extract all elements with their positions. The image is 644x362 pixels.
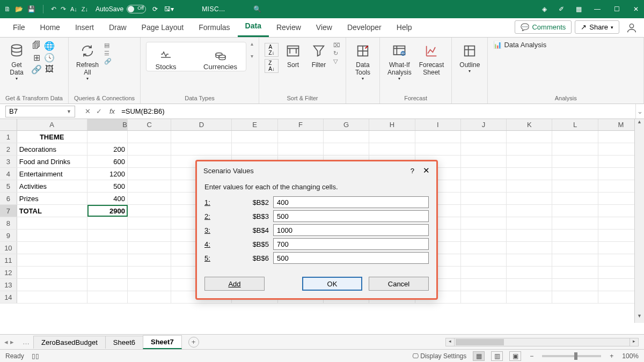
cell[interactable] <box>507 291 552 303</box>
comments-button[interactable]: 💬Comments <box>515 20 572 34</box>
reapply-button[interactable]: ↻ Reapply <box>333 50 340 57</box>
zoom-slider[interactable] <box>542 355 601 357</box>
cell[interactable] <box>17 267 87 278</box>
new-file-icon[interactable]: 🗎 <box>4 5 11 13</box>
view-page-layout-icon[interactable]: ▥ <box>491 351 503 361</box>
cell[interactable] <box>128 193 171 204</box>
cell[interactable] <box>87 291 128 303</box>
cell[interactable] <box>128 168 171 180</box>
stocks-button[interactable]: Stocks <box>155 48 177 71</box>
scenario-value-input[interactable] <box>273 252 429 264</box>
cell[interactable] <box>128 254 171 266</box>
undo-icon[interactable]: ↶ <box>51 5 56 13</box>
search-icon[interactable]: 🔍 <box>253 5 261 13</box>
share-button[interactable]: ↗Share▾ <box>575 20 619 34</box>
cell[interactable] <box>369 131 415 143</box>
horizontal-scrollbar[interactable]: ◂ ▸ <box>445 338 639 346</box>
sort-desc-button[interactable]: ZA↓ <box>265 59 279 73</box>
cell[interactable] <box>507 168 552 180</box>
col-header-c[interactable]: C <box>128 119 171 130</box>
formula-input[interactable]: =SUM(B2:B6) <box>118 107 635 115</box>
refresh-icon[interactable]: ⟳ <box>152 5 158 13</box>
cell[interactable] <box>461 279 507 291</box>
cell[interactable] <box>552 180 598 192</box>
sheet-tab[interactable]: Sheet6 <box>105 336 143 349</box>
zoom-level[interactable]: 100% <box>622 352 639 360</box>
cancel-button[interactable]: Cancel <box>369 277 429 291</box>
sheet-tab[interactable]: Sheet7 <box>143 335 182 349</box>
cell[interactable] <box>507 156 552 167</box>
cell[interactable] <box>17 217 87 229</box>
cell[interactable] <box>171 143 232 155</box>
clear-filter-button[interactable]: ⌧ Clear <box>333 42 340 49</box>
close-icon[interactable]: ✕ <box>423 166 430 175</box>
cell[interactable] <box>171 131 232 143</box>
tab-developer[interactable]: Developer <box>340 19 389 37</box>
tab-file[interactable]: File <box>5 19 33 37</box>
sort-button[interactable]: Sort <box>282 41 304 70</box>
col-header-b[interactable]: B <box>87 119 128 130</box>
col-header-g[interactable]: G <box>324 119 369 130</box>
cell[interactable] <box>507 217 552 229</box>
tab-review[interactable]: Review <box>269 19 309 37</box>
tab-page-layout[interactable]: Page Layout <box>134 19 192 37</box>
tab-home[interactable]: Home <box>33 19 68 37</box>
row-header[interactable]: 12 <box>0 267 17 278</box>
outline-button[interactable]: Outline ▾ <box>457 41 482 75</box>
tab-help[interactable]: Help <box>389 19 420 37</box>
user-icon[interactable] <box>625 21 639 35</box>
brush-icon[interactable]: ✐ <box>559 5 564 13</box>
sort-asc-button[interactable]: AZ↓ <box>265 43 279 57</box>
tab-view[interactable]: View <box>309 19 340 37</box>
cell[interactable] <box>415 143 461 155</box>
tab-nav-prev-icon[interactable]: ▸ <box>10 338 14 346</box>
row-header[interactable]: 8 <box>0 217 17 229</box>
col-header-d[interactable]: D <box>171 119 232 130</box>
cell[interactable] <box>507 131 552 143</box>
data-type-up-icon[interactable]: ▴ <box>251 41 253 47</box>
cell[interactable] <box>552 217 598 229</box>
row-header[interactable]: 5 <box>0 180 17 192</box>
add-button[interactable]: Add <box>204 277 265 291</box>
col-header-a[interactable]: A <box>17 119 87 130</box>
cell[interactable] <box>552 242 598 254</box>
cell[interactable] <box>507 267 552 278</box>
cell[interactable] <box>552 143 598 155</box>
cell[interactable] <box>278 143 324 155</box>
maximize-button[interactable]: ☐ <box>613 5 620 13</box>
more-sheets[interactable]: … <box>18 338 34 346</box>
row-header[interactable]: 10 <box>0 242 17 254</box>
cell[interactable] <box>232 143 277 155</box>
save-icon-2[interactable]: 🖫▾ <box>164 5 174 13</box>
chevron-down-icon[interactable]: ▼ <box>67 109 71 114</box>
cell[interactable]: 600 <box>87 156 128 167</box>
cell[interactable] <box>415 131 461 143</box>
cell[interactable] <box>17 279 87 291</box>
cell[interactable] <box>17 254 87 266</box>
cell[interactable] <box>461 131 507 143</box>
properties-icon[interactable]: ☰ <box>104 50 112 57</box>
cell[interactable] <box>461 168 507 180</box>
cell[interactable] <box>17 230 87 241</box>
cell[interactable] <box>552 279 598 291</box>
cell[interactable] <box>507 242 552 254</box>
cell[interactable] <box>461 217 507 229</box>
cell[interactable] <box>324 143 369 155</box>
cell[interactable]: TOTAL <box>17 205 87 217</box>
col-header-f[interactable]: F <box>278 119 324 130</box>
cell[interactable] <box>461 267 507 278</box>
cell[interactable]: Decorations <box>17 143 87 155</box>
cell[interactable] <box>128 279 171 291</box>
view-page-break-icon[interactable]: ▣ <box>509 351 521 361</box>
cell[interactable] <box>552 254 598 266</box>
cell[interactable]: 1200 <box>87 168 128 180</box>
name-box[interactable]: B7 ▼ <box>5 106 75 117</box>
cell[interactable] <box>461 143 507 155</box>
filter-button[interactable]: Filter <box>308 41 330 70</box>
col-header-i[interactable]: I <box>415 119 461 130</box>
cell[interactable] <box>369 143 415 155</box>
cell[interactable]: Prizes <box>17 193 87 204</box>
cell[interactable]: THEME <box>17 131 87 143</box>
close-button[interactable]: ✕ <box>632 5 640 13</box>
tab-data[interactable]: Data <box>238 17 269 37</box>
